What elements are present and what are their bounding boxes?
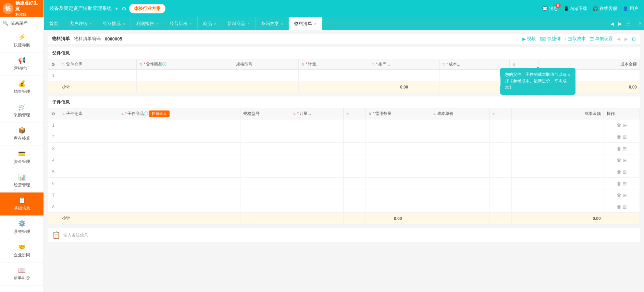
delete-icon[interactable]: 🗑	[617, 122, 621, 128]
message-badge: 6	[555, 3, 561, 8]
sidebar-item-marketing[interactable]: 📢 营销推广	[0, 52, 44, 76]
app-download-group[interactable]: 📱 App下载	[564, 5, 587, 12]
sidebar-item-cooperation[interactable]: 🤝 企业协同	[0, 239, 44, 262]
sales-icon: 💰	[18, 80, 26, 87]
basic-info-icon: 📋	[18, 197, 26, 204]
tab-customer-close[interactable]: ×	[89, 22, 91, 26]
th-child-unit-cost: ⇅成本单价	[430, 108, 489, 119]
sidebar-item-finance[interactable]: 💳 资金管理	[0, 146, 44, 169]
logo-text: 畅捷通好生意 标准版	[15, 0, 41, 17]
child-row-1-cost-extra[interactable]	[489, 119, 511, 131]
settings-icon[interactable]: ⚙	[122, 5, 126, 12]
scan-button[interactable]: 扫码录入	[149, 110, 170, 117]
tab-barcode[interactable]: 条码方案 ×	[256, 17, 289, 30]
tab-history-close[interactable]: ×	[189, 22, 191, 26]
close-all-tabs[interactable]: ✕	[636, 21, 644, 26]
sidebar-item-sales[interactable]: 💰 销售管理	[0, 76, 44, 99]
nav-arrow-left[interactable]: ◀	[617, 36, 620, 42]
trial-button[interactable]: 体验行业方案	[129, 4, 165, 13]
sidebar-item-system[interactable]: ⚙️ 系统管理	[0, 216, 44, 239]
breadcrumb-left: 物料清单 物料清单编码 0000005	[52, 36, 122, 42]
copy-icon-6[interactable]: ⊞	[623, 181, 627, 186]
action-doc-settings[interactable]: ☰ 单据设置	[590, 36, 613, 42]
child-row-1-qty[interactable]	[366, 119, 430, 131]
tooltip-box: × 您的父件、子件的成本取值可以选择【参考成本、最新进价、平均成本】	[500, 68, 575, 95]
tab-goods[interactable]: 商品 ×	[198, 17, 222, 30]
copy-icon-2[interactable]: ⊞	[623, 134, 627, 140]
child-row-1-unit[interactable]	[290, 119, 344, 131]
copy-icon-8[interactable]: ⊞	[623, 204, 627, 210]
nav-right-arrow[interactable]: ▶	[617, 21, 623, 26]
child-row-1-spec[interactable]	[240, 119, 290, 131]
tooltip-close-button[interactable]: ×	[568, 71, 571, 79]
child-row-1-goods[interactable]	[118, 119, 240, 131]
sidebar-nav: ⚡ 快捷导航 📢 营销推广 💰 销售管理 🛒 采购管理 📦 库存核算 💳 资金管…	[0, 29, 44, 292]
parent-row-1-warehouse[interactable]	[59, 70, 137, 81]
delete-icon-2[interactable]: 🗑	[617, 134, 621, 140]
child-row-1-actions: 🗑 ⊞	[604, 119, 640, 131]
child-row-8: 8 🗑⊞	[48, 201, 640, 213]
sidebar-item-purchase[interactable]: 🛒 采购管理	[0, 99, 44, 122]
online-service-group[interactable]: 🎧 在线客服	[593, 5, 617, 12]
grid-view-icon[interactable]: ⊞	[632, 36, 636, 42]
tab-profit[interactable]: 利润报告 ×	[131, 17, 164, 30]
dropdown-arrow-icon[interactable]: ▼	[114, 6, 119, 11]
nav-menu-icon[interactable]: ☰	[625, 21, 632, 26]
delete-icon-5[interactable]: 🗑	[617, 169, 621, 175]
user-group[interactable]: 👤 用户	[623, 5, 639, 12]
message-group[interactable]: 💬 消息 6	[542, 5, 558, 12]
th-parent-unit: ⇅*计量...	[299, 59, 369, 70]
parent-row-1-spec[interactable]	[233, 70, 298, 81]
col-settings-icon[interactable]: ⚙	[51, 62, 55, 67]
user-label: 用户	[630, 5, 639, 12]
nav-left-arrow[interactable]: ◀	[609, 21, 616, 26]
tab-operations-close[interactable]: ×	[123, 22, 125, 26]
copy-icon-3[interactable]: ⊞	[623, 146, 627, 151]
child-table-header: ⚙ ⇅子件仓库 ⇅*子件商品ⓘ 扫码录入 规格型号 ⇅*计量... ⇅ ⇅*需用…	[48, 108, 640, 119]
sidebar-search[interactable]: 🔍 搜索菜单	[0, 17, 44, 29]
tab-new-goods-close[interactable]: ×	[247, 22, 249, 26]
nav-arrow-right[interactable]: ▶	[624, 36, 628, 42]
tab-home[interactable]: 首页	[44, 17, 64, 30]
sidebar-item-operations[interactable]: 📊 经营管理	[0, 169, 44, 192]
tab-goods-close[interactable]: ×	[214, 22, 216, 26]
delete-icon-6[interactable]: 🗑	[617, 181, 621, 186]
tab-bom[interactable]: 物料清单 ×	[289, 17, 322, 30]
action-extract-cost[interactable]: ↑ 提取成本	[565, 36, 586, 42]
parent-subtotal-qty: 0.00	[369, 81, 439, 93]
operations-icon: 📊	[18, 173, 26, 181]
delete-icon-4[interactable]: 🗑	[617, 157, 621, 163]
delete-icon-7[interactable]: 🗑	[617, 192, 621, 198]
tab-profit-close[interactable]: ×	[156, 22, 158, 26]
child-row-1-warehouse[interactable]	[59, 119, 118, 131]
th-child-action: 操作	[604, 108, 640, 119]
parent-row-1-produce[interactable]	[369, 70, 439, 81]
child-row-1-amount[interactable]	[511, 119, 604, 131]
sidebar-item-basic-info[interactable]: 📋 基础信息	[0, 192, 44, 216]
delete-icon-3[interactable]: 🗑	[617, 146, 621, 151]
child-row-1-unit-cost[interactable]	[430, 119, 489, 131]
copy-icon-7[interactable]: ⊞	[623, 192, 627, 198]
copy-icon-4[interactable]: ⊞	[623, 157, 627, 163]
copy-icon[interactable]: ⊞	[623, 122, 627, 128]
parent-row-1-unit[interactable]	[299, 70, 369, 81]
sidebar-item-inventory[interactable]: 📦 库存核算	[0, 122, 44, 146]
copy-icon-5[interactable]: ⊞	[623, 169, 627, 175]
content-area: 物料清单 物料清单编码 0000005 ▶ 视频 ⌨ 快捷键 ↑ 提取成本	[44, 30, 644, 292]
tab-history[interactable]: 经营历程 ×	[164, 17, 197, 30]
tab-customer[interactable]: 客户联络 ×	[64, 17, 97, 30]
parent-row-1-goods[interactable]	[137, 70, 233, 81]
tab-barcode-close[interactable]: ×	[281, 22, 283, 26]
delete-icon-8[interactable]: 🗑	[617, 204, 621, 210]
action-shortcuts[interactable]: ⌨ 快捷键	[540, 36, 561, 42]
sidebar-item-guide[interactable]: 📖 新手引导	[0, 262, 44, 286]
th-parent-produce: ⇅*生产...	[369, 59, 439, 70]
child-col-settings-icon[interactable]: ⚙	[51, 112, 55, 116]
tab-new-goods[interactable]: 新增商品 ×	[222, 17, 255, 30]
breadcrumb-right: ▶ 视频 ⌨ 快捷键 ↑ 提取成本 ☰ 单据设置 ◀ ▶ ⊞	[522, 36, 636, 42]
action-video[interactable]: ▶ 视频	[522, 36, 536, 42]
sidebar-item-quick-nav[interactable]: ⚡ 快捷导航	[0, 29, 44, 52]
tab-operations[interactable]: 经营情况 ×	[97, 17, 131, 30]
tab-bom-close[interactable]: ×	[314, 22, 316, 26]
child-row-1-extra[interactable]	[344, 119, 366, 131]
